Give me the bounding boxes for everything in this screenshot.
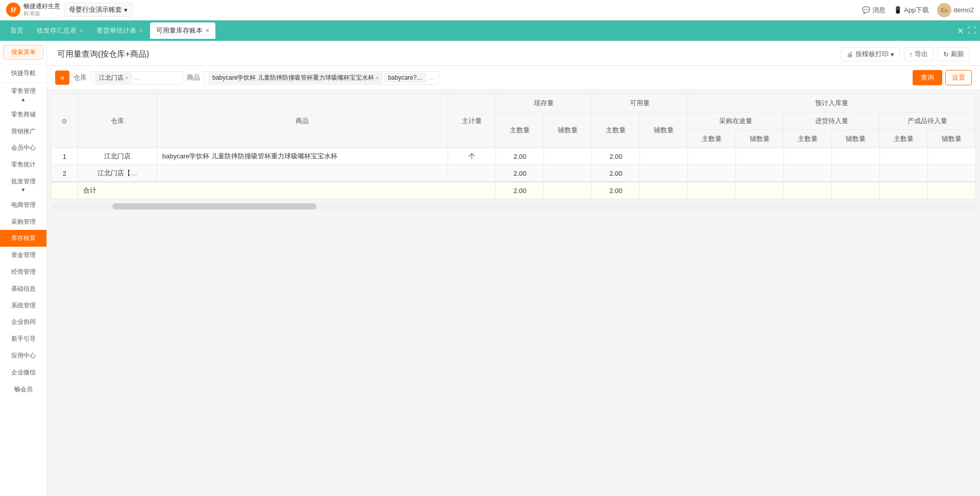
row2-avail-aux [640,165,688,182]
sidebar-item-marketing[interactable]: 营销推广 [0,123,46,140]
logo-sub: 标准版 [23,10,60,17]
refresh-btn[interactable]: ↻ 刷新 [938,47,970,61]
row2-avail-main: 2.00 [592,165,640,182]
goods-tag-2-value: babycare?… [388,74,423,81]
row2-prodpending-main [879,165,927,182]
sidebar-item-basic-info[interactable]: 基础信息 [0,280,46,297]
col-current-stock-header: 现存量 [496,95,592,112]
filter-actions: 查询 设置 [913,70,972,85]
tenant-selector[interactable]: 母婴行业演示账套 ▾ [64,3,132,17]
sidebar-ecommerce-label: 电商管理 [11,201,36,209]
row2-ponway-aux [736,165,784,182]
row2-warehouse: 江北门店【… [78,165,157,182]
sidebar-item-newbie[interactable]: 新手引导 [0,330,46,347]
export-icon: ↑ [910,51,913,58]
sidebar-item-zero-mall[interactable]: 零售商城 [0,106,46,123]
sidebar-item-inventory[interactable]: 库存核算 [0,230,46,247]
warehouse-tag-close[interactable]: × [125,75,128,81]
sidebar-marketing-label: 营销推广 [11,127,36,136]
filter-toggle-btn[interactable]: » [55,70,69,85]
tab-home[interactable]: 首页 [4,22,30,39]
logo-text: 畅捷通好生意 [23,3,60,10]
sidebar-item-wholesale[interactable]: 批发管理 ▼ [0,173,46,197]
sidebar-item-zero-stats[interactable]: 零售统计 [0,156,46,173]
col-prodpending-aux: 辅数量 [927,130,975,148]
sidebar-item-app-center[interactable]: 应用中心 [0,347,46,364]
app-download-btn[interactable]: 📱 App下载 [894,6,929,15]
footer-stock-main: 2.00 [496,182,544,199]
sidebar-app-center-label: 应用中心 [11,351,36,360]
sidebar-item-enterprise[interactable]: 企业协同 [0,314,46,330]
quick-nav-btn[interactable]: 快捷导航 [0,66,46,80]
warehouse-filter-input[interactable]: 江北门店 × … [91,71,183,85]
row1-avail-main: 2.00 [592,148,640,165]
goods-tag-1-close[interactable]: × [376,75,379,81]
tab-available-stock-label: 可用量库存账本 [156,26,203,35]
row1-stock-aux [544,148,592,165]
col-settings-header[interactable]: ⚙ [52,95,78,148]
sidebar-search: 搜索菜单 [0,41,46,64]
sidebar-item-member[interactable]: 会员中心 [0,139,46,156]
sidebar-item-finance[interactable]: 资金管理 [0,247,46,264]
template-print-btn[interactable]: 🖨 按模板打印 ▾ [841,47,900,61]
warehouse-filter-label: 仓库 [74,73,87,82]
row1-ppending-aux [831,148,879,165]
footer-avail-aux [640,182,688,199]
sidebar-item-ecommerce[interactable]: 电商管理 [0,197,46,214]
sidebar-item-operations[interactable]: 经营管理 [0,264,46,280]
tab-order-summary[interactable]: 要货单统计表 × [90,22,149,39]
row1-goods: babycare学饮杯 儿童防摔防撞吸管杯重力球吸嘴杯宝宝水杯 [157,148,448,165]
row1-ppending-main [784,148,832,165]
search-menu-btn[interactable]: 搜索菜单 [3,45,43,60]
row2-stock-aux [544,165,592,182]
col-ppending-aux: 辅数量 [831,130,879,148]
filter-area: » 仓库 江北门店 × … 商品 babycare学饮杯 儿童防摔防撞吸管杯重力… [47,66,980,90]
warehouse-more[interactable]: … [134,74,140,81]
settings-btn[interactable]: 设置 [945,70,972,85]
scrollbar-thumb[interactable] [112,203,316,209]
col-prodpending-main: 主数量 [879,130,927,148]
tab-available-stock-close[interactable]: × [206,27,209,34]
chevron-icon-wholesale: ▼ [21,187,26,193]
footer-prodpending-main [879,182,927,199]
sidebar-nav: 快捷导航 [0,64,46,83]
table-wrap: ⚙ 仓库 商品 主计量 现存量 [51,94,976,199]
user-name: demo2 [953,6,974,14]
row1-stock-main: 2.00 [496,148,544,165]
row2-ppending-aux [831,165,879,182]
sidebar-item-system[interactable]: 系统管理 [0,297,46,314]
sidebar-item-wecom[interactable]: 企业微信 [0,364,46,381]
tab-available-stock[interactable]: 可用量库存账本 × [150,22,215,39]
footer-label: 合计 [78,182,496,199]
tenant-name: 母婴行业演示账套 [69,5,122,14]
col-goods-header: 商品 [157,95,448,148]
tab-close-all[interactable]: ✕ [957,26,964,36]
logo-icon: 好 [6,3,20,17]
sidebar-zero-stats-label: 零售统计 [11,160,36,169]
logo-area: 好 畅捷通好生意 标准版 [6,3,60,17]
message-btn[interactable]: 💬 消息 [862,6,886,15]
col-stock-main-header: 主数量 [496,112,544,148]
sidebar-item-zero-retail[interactable]: 零售管理 ▲ [0,83,46,106]
sidebar-item-purchase[interactable]: 采购管理 [0,214,46,230]
col-settings-icon[interactable]: ⚙ [61,117,67,125]
export-btn[interactable]: ↑ 导出 [904,47,934,61]
goods-more[interactable]: … [428,74,434,81]
table-row: 1 江北门店 babycare学饮杯 儿童防摔防撞吸管杯重力球吸嘴杯宝宝水杯 个… [52,148,976,165]
sidebar-zero-retail-label: 零售管理 [11,87,36,96]
sidebar-item-member2[interactable]: 畅会员 [0,381,46,398]
refresh-label: 刷新 [951,50,964,59]
footer-empty [52,182,78,199]
download-icon: 📱 [894,6,902,14]
horizontal-scrollbar[interactable] [51,203,976,209]
user-menu[interactable]: Ea demo2 [937,3,974,17]
goods-filter-input[interactable]: babycare学饮杯 儿童防摔防撞吸管杯重力球吸嘴杯宝宝水杯 × babyca… [204,71,439,85]
sidebar-basic-info-label: 基础信息 [11,285,36,293]
tab-receive-summary-close[interactable]: × [80,27,83,34]
footer-prodpending-aux [927,182,975,199]
tab-receive-summary[interactable]: 收发存汇总表 × [31,22,89,39]
tab-maximize[interactable]: ⛶ [968,26,976,35]
tab-order-summary-close[interactable]: × [139,27,143,34]
col-ponway-aux: 辅数量 [736,130,784,148]
query-btn[interactable]: 查询 [913,70,942,85]
